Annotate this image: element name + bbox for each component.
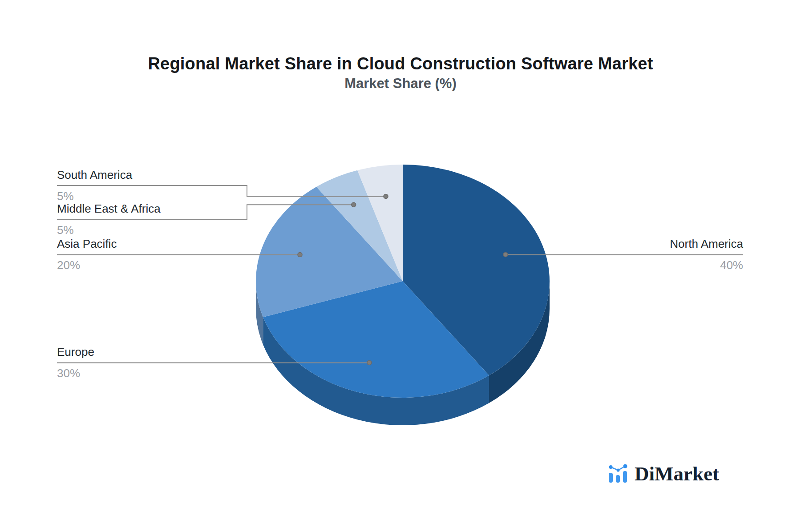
slice-value-europe: 30% — [57, 366, 80, 380]
leader-dot-europe — [367, 360, 372, 365]
leader-dot-north-america — [503, 252, 508, 257]
chart-canvas: Regional Market Share in Cloud Construct… — [0, 0, 801, 532]
pie-chart — [0, 0, 801, 532]
slice-label-north-america: North America — [670, 237, 743, 251]
slice-label-south-america: South America — [57, 168, 132, 182]
slice-value-north-america: 40% — [720, 258, 743, 272]
bar-line-chart-icon — [608, 463, 630, 484]
slice-label-europe: Europe — [57, 345, 94, 359]
brand-name: DiMarket — [635, 463, 719, 485]
leader-dot-south-america — [384, 194, 388, 199]
brand-logo: DiMarket — [608, 463, 719, 485]
slice-label-middle-east-africa: Middle East & Africa — [57, 202, 161, 216]
slice-value-asia-pacific: 20% — [57, 258, 80, 272]
leader-dot-asia-pacific — [298, 252, 302, 257]
leader-dot-middle-east-africa — [352, 202, 356, 207]
slice-label-asia-pacific: Asia Pacific — [57, 237, 117, 251]
slice-value-middle-east-africa: 5% — [57, 223, 74, 237]
slice-value-south-america: 5% — [57, 189, 74, 203]
